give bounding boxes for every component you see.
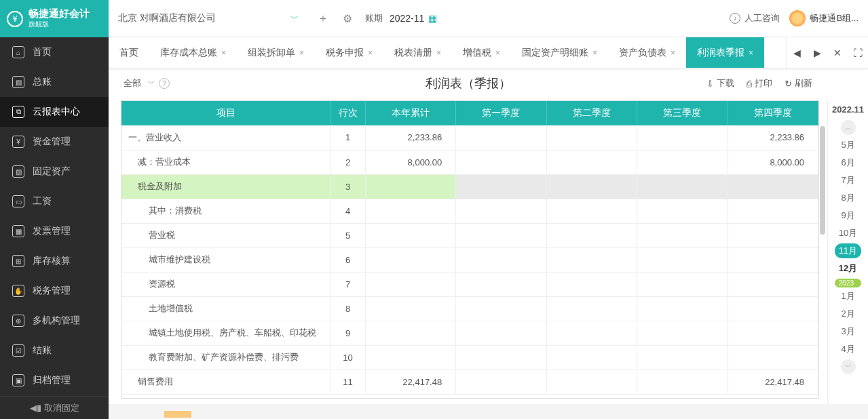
fullscreen-button[interactable]: ⛶ (848, 37, 868, 68)
period-month[interactable]: 5月 (835, 136, 861, 154)
cell-row: 10 (331, 345, 365, 370)
unpin-sidebar[interactable]: ◀▮ 取消固定 (0, 396, 109, 419)
table-row[interactable]: 其中：消费税4 (121, 199, 818, 223)
tab-label: 税表清册 (394, 47, 432, 59)
nav-item-5[interactable]: ▭工资 (0, 186, 109, 216)
close-icon[interactable]: × (671, 48, 675, 58)
tab-7[interactable]: 资产负债表× (608, 37, 686, 68)
tab-label: 资产负债表 (619, 47, 666, 59)
close-icon[interactable]: × (368, 48, 373, 58)
nav-item-0[interactable]: ⌂首页 (0, 37, 109, 67)
period-nav-down[interactable]: ﹀ (841, 359, 856, 374)
close-icon[interactable]: × (436, 48, 441, 58)
tab-0[interactable]: 首页 (109, 37, 149, 68)
consult-button[interactable]: ♪ 人工咨询 (730, 12, 780, 24)
table-row[interactable]: 资源税7 (121, 272, 818, 296)
cell-q1 (456, 174, 546, 199)
cell-ytd (365, 321, 455, 345)
avatar[interactable] (789, 10, 806, 26)
tab-1[interactable]: 库存成本总账× (149, 37, 237, 68)
tabs: 首页库存成本总账×组装拆卸单×税务申报×税表清册×增值税×固定资产明细账×资产负… (109, 37, 786, 68)
close-icon[interactable]: × (749, 48, 753, 58)
nav-item-9[interactable]: ⊕多机构管理 (0, 306, 109, 336)
nav-label: 工资 (33, 195, 52, 207)
filter-dropdown[interactable]: 全部 ﹀ (124, 77, 159, 89)
tab-4[interactable]: 税表清册× (383, 37, 452, 68)
table-row[interactable]: 减：营业成本28,000.008,000.00 (121, 150, 818, 174)
period-month[interactable]: 2月 (835, 305, 861, 323)
period-month[interactable]: 4月 (835, 340, 861, 358)
cell-q3 (637, 150, 728, 174)
nav-icon: ⊕ (12, 315, 24, 327)
table-row[interactable]: 教育费附加、矿产资源补偿费、排污费10 (121, 345, 818, 370)
period-month[interactable]: 10月 (835, 224, 861, 242)
table-row[interactable]: 一、营业收入12,233.862,233.86 (121, 125, 818, 150)
table-row[interactable]: 营业税5 (121, 223, 818, 247)
nav-item-7[interactable]: ⊞库存核算 (0, 246, 109, 276)
nav-item-4[interactable]: ▧固定资产 (0, 157, 109, 186)
nav-item-1[interactable]: ▤总账 (0, 67, 109, 97)
gear-icon[interactable]: ⚙ (341, 12, 354, 25)
close-icon[interactable]: × (299, 48, 304, 58)
print-button[interactable]: ⎙打印 (747, 77, 772, 89)
calendar-icon[interactable]: ▦ (428, 13, 437, 24)
close-icon[interactable]: × (592, 48, 597, 58)
period-month[interactable]: 8月 (835, 189, 861, 207)
close-icon[interactable]: × (221, 48, 226, 58)
add-icon[interactable]: ＋ (316, 12, 330, 26)
cell-q2 (546, 370, 637, 394)
nav-item-11[interactable]: ▣归档管理 (0, 365, 109, 395)
nav-icon: ¥ (12, 136, 24, 148)
period-month[interactable]: 1月 (835, 287, 861, 305)
period-nav-up[interactable]: ︿ (841, 120, 856, 135)
nav-item-2[interactable]: ⧉云报表中心 (0, 97, 109, 127)
period-month[interactable]: 12月 (835, 260, 861, 277)
nav-label: 库存核算 (33, 255, 71, 267)
cell-q3 (637, 345, 728, 370)
period-month[interactable]: 9月 (835, 207, 861, 224)
company-selector[interactable]: 北京 对啊酒店有限公司 ﹀ ＋ ⚙ 账期 2022-11 ▦ (118, 12, 730, 26)
refresh-button[interactable]: ↻刷新 (785, 77, 812, 89)
period-month[interactable]: 11月 (835, 242, 861, 260)
tabs-next-button[interactable]: ▶ (807, 37, 827, 68)
cell-row: 6 (331, 247, 365, 272)
tab-2[interactable]: 组装拆卸单× (237, 37, 315, 68)
nav-icon: ⌂ (12, 46, 24, 58)
cell-q1 (456, 296, 546, 321)
close-icon[interactable]: × (495, 48, 500, 58)
period-value[interactable]: 2022-11 (390, 13, 424, 24)
table-row[interactable]: 城镇土地使用税、房产税、车船税、印花税9 (121, 321, 818, 345)
cell-q1 (456, 223, 546, 247)
period-month[interactable]: 6月 (835, 154, 861, 172)
table-row[interactable]: 城市维护建设税6 (121, 247, 818, 272)
cell-row: 3 (331, 174, 365, 199)
table-row[interactable]: 土地增值税8 (121, 296, 818, 321)
cell-q4 (728, 272, 818, 296)
tab-5[interactable]: 增值税× (452, 37, 511, 68)
nav-item-10[interactable]: ☑结账 (0, 336, 109, 365)
nav-item-3[interactable]: ¥资金管理 (0, 127, 109, 157)
tab-8[interactable]: 利润表季报× (686, 37, 764, 68)
period-month[interactable]: 7月 (835, 172, 861, 189)
tabs-close-button[interactable]: ✕ (827, 37, 848, 68)
nav-item-8[interactable]: ✋税务管理 (0, 276, 109, 306)
nav-icon: ▦ (12, 225, 24, 237)
download-button[interactable]: ⇩下载 (706, 77, 734, 89)
scrollbar-thumb[interactable] (820, 126, 825, 235)
nav-item-6[interactable]: ▦发票管理 (0, 216, 109, 246)
col-header: 项目 (121, 101, 331, 125)
help-icon[interactable]: ? (159, 78, 170, 89)
cell-q3 (637, 370, 728, 394)
period-month[interactable]: 3月 (835, 323, 861, 340)
user-name[interactable]: 畅捷通B组... (810, 12, 858, 24)
table-row[interactable]: 销售费用1122,417.4822,417.48 (121, 370, 818, 394)
nav: ⌂首页▤总账⧉云报表中心¥资金管理▧固定资产▭工资▦发票管理⊞库存核算✋税务管理… (0, 37, 109, 396)
cell-q3 (637, 223, 728, 247)
cell-q3 (637, 272, 728, 296)
tab-3[interactable]: 税务申报× (315, 37, 383, 68)
download-icon: ⇩ (706, 79, 714, 89)
tab-6[interactable]: 固定资产明细账× (511, 37, 608, 68)
table-row[interactable]: 税金及附加3 (121, 174, 818, 199)
chevron-down-icon[interactable]: ﹀ (290, 13, 299, 24)
tabs-prev-button[interactable]: ◀ (787, 37, 807, 68)
